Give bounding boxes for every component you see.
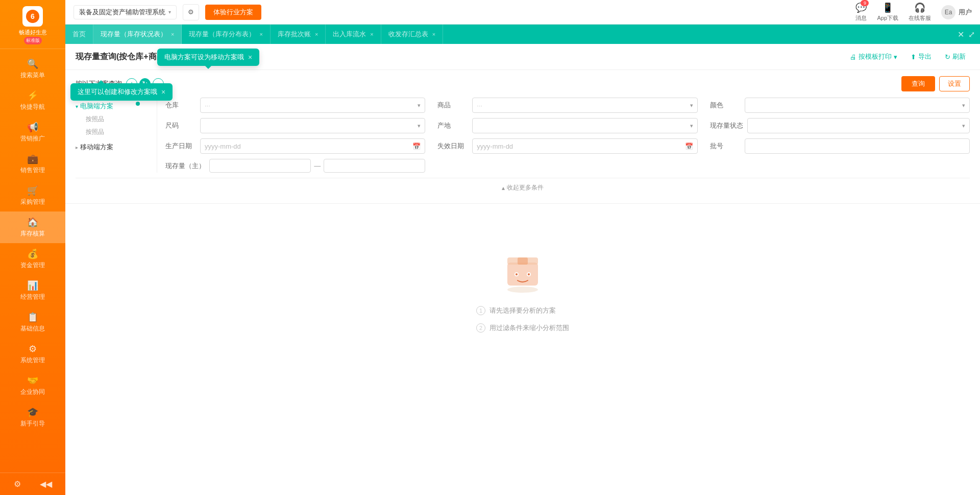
purchase-icon: 🛒 xyxy=(27,185,38,196)
tab-summary[interactable]: 收发存汇总表 × xyxy=(381,25,443,44)
tab-home[interactable]: 首页 xyxy=(65,25,93,44)
tab-close-icon-3[interactable]: × xyxy=(315,31,318,37)
sidebar-item-sales[interactable]: 💼 销售管理 xyxy=(0,148,65,180)
filter-stock-status-select[interactable]: ▾ xyxy=(747,118,970,133)
sidebar-item-quicknav[interactable]: ⚡ 快捷导航 xyxy=(0,85,65,116)
refresh-button[interactable]: ↻ 刷新 xyxy=(941,50,970,63)
page-title: 现存量查询(按仓库+商品) xyxy=(76,52,167,62)
header-right: 💬 消息 9 📱 App下载 🎧 在线客服 Ea 用户 xyxy=(855,2,972,22)
filter-batch-label: 批号 xyxy=(710,142,741,151)
settings-gear-button[interactable]: ⚙ xyxy=(183,4,199,20)
export-button[interactable]: ⬆ 导出 xyxy=(906,50,936,63)
sidebar-item-purchase[interactable]: 🛒 采购管理 xyxy=(0,180,65,211)
collapse-label: 收起更多条件 xyxy=(507,183,544,192)
tab-batch-account[interactable]: 库存批次账 × xyxy=(271,25,326,44)
scheme-tree: 这里可以创建和修改方案哦 × ▾ 电脑端方案 按照品 按照 xyxy=(76,98,157,173)
scheme-desktop-item[interactable]: ▾ 电脑端方案 xyxy=(76,100,151,113)
sidebar-item-sales-label: 销售管理 xyxy=(20,166,45,175)
sidebar: 6 畅通好生意 标准版 🔍 搜索菜单 ⚡ 快捷导航 📢 营销推广 💼 销售管理 … xyxy=(0,0,65,495)
sidebar-collapse-btn[interactable]: ◀◀ xyxy=(40,479,52,489)
svg-point-8 xyxy=(528,273,530,275)
notification-label: 消息 xyxy=(855,14,867,22)
scheme-desktop-child-1-label: 按照品 xyxy=(86,115,104,124)
tab-close-all-icon[interactable]: ✕ xyxy=(958,30,964,39)
filter-warehouse-select[interactable]: ··· ▾ xyxy=(200,98,425,113)
tab-inventory-distribution[interactable]: 现存量（库存分布表） × xyxy=(182,25,270,44)
refresh-label: 刷新 xyxy=(952,52,966,61)
tab-close-icon-5[interactable]: × xyxy=(432,31,435,37)
notification-badge: 9 xyxy=(861,0,869,6)
collab-icon: 🤝 xyxy=(27,375,38,386)
tab-close-icon[interactable]: × xyxy=(171,31,174,37)
system-selector[interactable]: 装备及固定资产辅助管理系统 ▾ xyxy=(74,5,177,19)
sidebar-bottom: ⚙ ◀◀ xyxy=(0,473,65,495)
sidebar-settings-btn[interactable]: ⚙ xyxy=(14,479,21,489)
filter-stock-qty-max[interactable] xyxy=(324,159,425,173)
filter-warehouse-dots: ··· xyxy=(205,102,210,109)
sidebar-item-system-label: 系统管理 xyxy=(20,356,45,365)
sidebar-item-inventory[interactable]: 🏠 库存核算 xyxy=(0,211,65,243)
tooltip-close-1[interactable]: × xyxy=(248,53,252,61)
filter-stock-qty-min[interactable] xyxy=(209,159,311,173)
filter-origin: 产地 ▾ xyxy=(437,118,697,133)
sidebar-item-guide-label: 新手引导 xyxy=(20,419,45,428)
tab-inout-flow[interactable]: 出入库流水 × xyxy=(326,25,381,44)
scheme-mobile-arrow: ▸ xyxy=(76,145,78,150)
app-download-button[interactable]: 📱 App下载 xyxy=(877,2,898,22)
filter-color-arrow: ▾ xyxy=(962,102,965,109)
scheme-desktop-child-2[interactable]: 按照品 xyxy=(84,126,151,138)
scheme-desktop-arrow: ▾ xyxy=(76,104,78,109)
filter-size: 尺码 ▾ xyxy=(165,118,425,133)
filter-origin-select[interactable]: ▾ xyxy=(472,118,697,133)
filter-header: 按以下方案查询 + ↻ ← 电脑方案可设为移动方案哦 × xyxy=(76,76,970,91)
scheme-desktop-children: 按照品 按照品 xyxy=(76,113,151,138)
print-button[interactable]: 🖨 按模板打印 ▾ xyxy=(846,50,901,63)
service-icon: 🎧 xyxy=(914,2,925,13)
collapse-more-button[interactable]: ▴ 收起更多条件 xyxy=(76,178,970,197)
online-service-button[interactable]: 🎧 在线客服 xyxy=(909,2,931,22)
basic-icon: 📋 xyxy=(27,312,38,323)
tab-right-actions: ✕ ⤢ xyxy=(952,25,980,44)
filter-batch-input[interactable] xyxy=(745,138,970,154)
sidebar-item-search[interactable]: 🔍 搜索菜单 xyxy=(0,53,65,85)
filter-product-select[interactable]: ··· ▾ xyxy=(472,98,697,113)
filter-row-3: 生产日期 yyyy-mm-dd 📅 失效日期 yyyy-mm-dd 📅 xyxy=(165,138,970,154)
tooltip-close-2[interactable]: × xyxy=(161,88,165,96)
filter-product-arrow: ▾ xyxy=(690,102,693,109)
tab-close-icon-4[interactable]: × xyxy=(370,31,373,37)
sidebar-item-quicknav-label: 快捷导航 xyxy=(20,103,45,111)
sidebar-item-system[interactable]: ⚙ 系统管理 xyxy=(0,338,65,370)
notification-button[interactable]: 💬 消息 9 xyxy=(855,2,867,22)
sidebar-item-basic[interactable]: 📋 基础信息 xyxy=(0,307,65,338)
tooltip-create-scheme: 这里可以创建和修改方案哦 × xyxy=(70,83,173,101)
filter-color-select[interactable]: ▾ xyxy=(745,98,970,113)
svg-point-7 xyxy=(516,273,518,275)
filter-product: 商品 ··· ▾ xyxy=(437,98,697,113)
filter-stock-status-arrow: ▾ xyxy=(962,123,965,129)
scheme-desktop-child-1[interactable]: 按照品 xyxy=(84,113,151,126)
tab-expand-icon[interactable]: ⤢ xyxy=(968,30,975,39)
user-menu[interactable]: Ea 用户 xyxy=(941,5,972,19)
reset-button[interactable]: 设置 xyxy=(939,76,970,91)
page-container: 现存量查询(按仓库+商品) 🖨 按模板打印 ▾ ⬆ 导出 ↻ 刷新 xyxy=(65,44,980,495)
export-label: 导出 xyxy=(918,52,932,61)
filter-prod-date-input[interactable]: yyyy-mm-dd 📅 xyxy=(200,138,425,154)
industry-solution-button[interactable]: 体验行业方案 xyxy=(205,5,261,20)
sidebar-item-finance[interactable]: 💰 资金管理 xyxy=(0,243,65,275)
sidebar-item-collab[interactable]: 🤝 企业协同 xyxy=(0,370,65,402)
sidebar-item-ops[interactable]: 📊 经营管理 xyxy=(0,275,65,307)
filter-expire-date-input[interactable]: yyyy-mm-dd 📅 xyxy=(472,138,697,154)
tab-inventory-status[interactable]: 现存量（库存状况表） × xyxy=(93,25,182,44)
filter-row-1: 仓库 ··· ▾ 商品 ··· ▾ xyxy=(165,98,970,113)
sidebar-item-guide[interactable]: 🎓 新手引导 xyxy=(0,402,65,433)
tab-close-icon-2[interactable]: × xyxy=(259,31,262,37)
logo-badge: 标准版 xyxy=(24,37,42,44)
scheme-mobile-item[interactable]: ▸ 移动端方案 xyxy=(76,140,151,154)
scroll-indicator xyxy=(136,102,140,106)
search-button[interactable]: 查询 xyxy=(901,76,935,91)
sidebar-item-marketing[interactable]: 📢 营销推广 xyxy=(0,116,65,148)
filter-body: 这里可以创建和修改方案哦 × ▾ 电脑端方案 按照品 按照 xyxy=(76,98,970,173)
tab-home-label: 首页 xyxy=(72,30,86,39)
sidebar-item-marketing-label: 营销推广 xyxy=(20,134,45,143)
filter-size-select[interactable]: ▾ xyxy=(200,118,425,133)
